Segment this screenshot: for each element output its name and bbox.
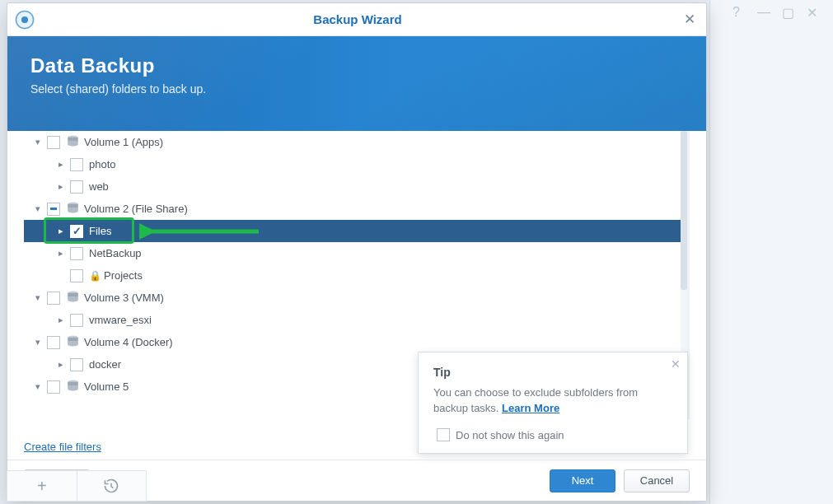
checkbox[interactable] <box>47 203 60 216</box>
expand-toggle-icon[interactable]: ▸ <box>55 359 67 370</box>
tree-row[interactable]: ▸vmware_esxi <box>24 309 687 331</box>
tree-row-label: Files <box>89 225 111 237</box>
tree-row[interactable]: ▸Files <box>24 220 687 242</box>
svg-point-1 <box>21 16 28 22</box>
volume-icon <box>66 380 81 394</box>
checkbox[interactable] <box>70 269 83 282</box>
expand-toggle-icon[interactable]: ▸ <box>55 226 67 236</box>
create-file-filters-link[interactable]: Create file filters <box>24 441 101 453</box>
tip-popup: ✕ Tip You can choose to exclude subfolde… <box>418 352 688 454</box>
tree-row[interactable]: ▸NetBackup <box>24 242 687 264</box>
checkbox[interactable] <box>47 380 60 394</box>
banner-subtitle: Select (shared) folders to back up. <box>30 82 683 96</box>
bg-maximize-icon: ▢ <box>782 5 800 20</box>
collapse-toggle-icon[interactable]: ▾ <box>32 381 44 392</box>
volume-icon <box>66 291 81 305</box>
background-window-chrome: ? — ▢ ✕ <box>709 0 833 504</box>
tip-dont-show-checkbox[interactable] <box>437 428 450 441</box>
tree-row-label: docker <box>89 358 121 371</box>
tree-row[interactable]: ▸photo <box>24 153 687 175</box>
tip-body: You can choose to exclude subfolders fro… <box>433 385 672 417</box>
tree-row-label: Volume 3 (VMM) <box>84 292 164 304</box>
checkbox[interactable] <box>70 158 83 171</box>
tip-dont-show-label: Do not show this again <box>456 429 564 441</box>
volume-icon <box>66 202 81 216</box>
tree-row-label: NetBackup <box>89 247 142 259</box>
cancel-button[interactable]: Cancel <box>624 469 690 492</box>
next-button[interactable]: Next <box>550 469 615 492</box>
tip-dont-show-row: Do not show this again <box>433 428 672 441</box>
tree-row-label: Volume 2 (File Share) <box>84 203 188 215</box>
volume-icon <box>66 135 81 149</box>
tree-row[interactable]: ▾Volume 2 (File Share) <box>24 198 687 220</box>
tree-row[interactable]: 🔒Projects <box>24 264 687 287</box>
lock-icon: 🔒 <box>89 270 101 282</box>
window-title: Backup Wizard <box>42 12 673 26</box>
collapse-toggle-icon[interactable]: ▾ <box>32 203 44 214</box>
tree-row-label: Volume 4 (Docker) <box>84 336 173 348</box>
bg-close-icon: ✕ <box>807 5 825 20</box>
bg-minimize-icon: — <box>757 5 775 20</box>
tree-row-label: Projects <box>104 269 143 282</box>
external-toolbar: + <box>7 470 147 502</box>
checkbox[interactable] <box>70 247 83 260</box>
tree-row[interactable]: ▾Volume 3 (VMM) <box>24 287 687 309</box>
expand-toggle-icon[interactable]: ▸ <box>55 248 67 259</box>
tree-row-label: vmware_esxi <box>89 314 152 326</box>
checkbox[interactable] <box>70 314 83 327</box>
banner-heading: Data Backup <box>30 54 683 77</box>
tree-row-label: web <box>89 180 109 193</box>
close-button[interactable]: ✕ <box>673 11 706 28</box>
learn-more-link[interactable]: Learn More <box>502 402 559 414</box>
expand-toggle-icon[interactable]: ▸ <box>55 315 67 325</box>
titlebar: Backup Wizard ✕ <box>7 3 706 36</box>
checkbox[interactable] <box>70 225 83 238</box>
banner: Data Backup Select (shared) folders to b… <box>7 36 706 131</box>
svg-line-9 <box>111 487 114 488</box>
collapse-toggle-icon[interactable]: ▾ <box>32 337 44 348</box>
checkbox[interactable] <box>47 292 60 305</box>
checkbox[interactable] <box>70 358 83 371</box>
collapse-toggle-icon[interactable]: ▾ <box>32 137 44 147</box>
ext-history-button[interactable] <box>77 470 147 502</box>
scrollbar-thumb[interactable] <box>681 131 687 290</box>
checkbox[interactable] <box>47 136 60 149</box>
ext-add-button[interactable]: + <box>7 470 77 502</box>
expand-toggle-icon[interactable]: ▸ <box>55 181 67 192</box>
tip-close-button[interactable]: ✕ <box>671 357 681 371</box>
checkbox[interactable] <box>70 180 83 194</box>
tree-row-label: Volume 1 (Apps) <box>84 136 163 148</box>
tree-row-label: photo <box>89 158 116 170</box>
tree-row[interactable]: ▾Volume 1 (Apps) <box>24 131 687 153</box>
tree-row-label: Volume 5 <box>84 380 129 393</box>
volume-icon <box>66 335 81 349</box>
tip-title: Tip <box>433 366 672 379</box>
expand-toggle-icon[interactable]: ▸ <box>55 159 67 170</box>
tree-row[interactable]: ▸web <box>24 175 687 198</box>
checkbox[interactable] <box>47 336 60 349</box>
app-logo-icon <box>7 9 42 30</box>
bg-help-icon: ? <box>732 5 751 20</box>
tree-row[interactable]: ▾Volume 4 (Docker) <box>24 331 687 353</box>
collapse-toggle-icon[interactable]: ▾ <box>32 292 44 303</box>
backup-wizard-window: Backup Wizard ✕ Data Backup Select (shar… <box>7 2 707 502</box>
